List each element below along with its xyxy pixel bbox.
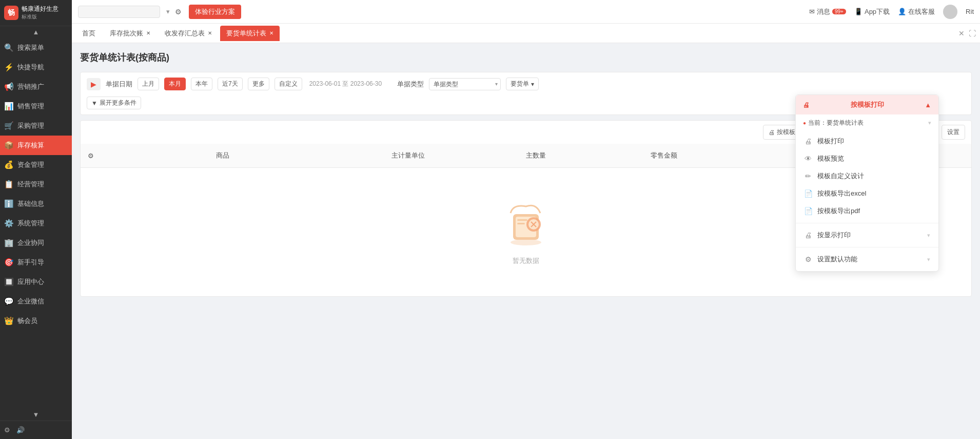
filter-arrow-btn[interactable]: ▶ <box>87 78 101 90</box>
tab-receipt[interactable]: 收发存汇总表 ✕ <box>159 26 218 41</box>
template-design-icon: ✏ <box>804 172 812 180</box>
tab-bar: 首页 库存批次账 ✕ 收发存汇总表 ✕ 要货单统计表 ✕ ✕ ⛶ <box>72 24 980 43</box>
finance-icon: 💰 <box>4 160 13 169</box>
dropdown-header[interactable]: 🖨 按模板打印 ▲ <box>796 95 938 114</box>
template-excel-item[interactable]: 📄 按模板导出excel <box>796 185 938 202</box>
topbar-search-input[interactable] <box>78 6 160 18</box>
filter-row-1: ▶ 单据日期 上月 本月 本年 近7天 更多 自定义 2023-06-01 至 … <box>87 78 965 90</box>
main-area: ▾ ⚙ 体验行业方案 ✉ 消息 99+ 📱 App下载 👤 在线客服 Rit 首… <box>72 0 980 439</box>
industry-btn[interactable]: 体验行业方案 <box>189 5 241 19</box>
th-product: 商品 <box>101 148 344 163</box>
date-year-btn[interactable]: 本年 <box>191 78 212 90</box>
th-amount: 零售金额 <box>600 148 728 163</box>
sidebar-item-enterprise[interactable]: 🏢 企业协同 <box>0 233 72 253</box>
date-more-btn[interactable]: 更多 <box>248 78 269 90</box>
sidebar-nav: 🔍 搜索菜单 ⚡ 快捷导航 📢 营销推广 📊 销售管理 🛒 采购管理 📦 库存核… <box>0 38 72 409</box>
template-preview-icon: 👁 <box>804 155 812 163</box>
sidebar-item-member[interactable]: 👑 畅会员 <box>0 311 72 331</box>
close-window-icon[interactable]: ✕ <box>958 29 965 37</box>
system-icon: ⚙️ <box>4 219 13 228</box>
th-qty: 主数量 <box>472 148 600 163</box>
maximize-window-icon[interactable]: ⛶ <box>969 29 976 37</box>
topbar: ▾ ⚙ 体验行业方案 ✉ 消息 99+ 📱 App下载 👤 在线客服 Rit <box>72 0 980 24</box>
tab-close-receipt[interactable]: ✕ <box>208 30 212 36</box>
shortcut-icon: ⚡ <box>4 63 13 72</box>
dropdown-current[interactable]: ● 当前：要货单统计表 ▾ <box>796 114 938 129</box>
sidebar-item-system[interactable]: ⚙️ 系统管理 <box>0 214 72 233</box>
appstore-icon: 🔲 <box>4 277 13 287</box>
tab-close-order-stat[interactable]: ✕ <box>269 30 273 36</box>
sidebar-item-appstore[interactable]: 🔲 应用中心 <box>0 272 72 292</box>
sidebar-scroll-down[interactable]: ▼ <box>0 409 72 421</box>
enterprise-icon: 🏢 <box>4 238 13 247</box>
date-label: 单据日期 <box>106 80 132 89</box>
date-custom-btn[interactable]: 自定义 <box>275 78 302 90</box>
member-icon: 👑 <box>4 316 13 326</box>
current-chevron-icon: ▾ <box>928 120 931 126</box>
column-settings-icon[interactable]: ⚙ <box>88 152 94 160</box>
sidebar-item-marketing[interactable]: 📢 营销推广 <box>0 77 72 97</box>
dot-icon: ● <box>803 120 806 126</box>
sidebar-item-operation[interactable]: 📋 经营管理 <box>0 175 72 194</box>
dropdown-section-2: 🖨 按显示打印 ▾ <box>796 223 938 247</box>
tab-batch[interactable]: 库存批次账 ✕ <box>104 26 156 41</box>
sidebar-item-sales[interactable]: 📊 销售管理 <box>0 97 72 116</box>
sidebar-item-finance[interactable]: 💰 资金管理 <box>0 155 72 175</box>
tab-home[interactable]: 首页 <box>76 26 102 41</box>
tab-close-batch[interactable]: ✕ <box>146 30 150 36</box>
template-pdf-icon: 📄 <box>804 207 812 215</box>
sidebar-bottom: ⚙ 🔊 <box>0 421 72 439</box>
topbar-gear-icon[interactable]: ⚙ <box>175 8 182 16</box>
svg-rect-7 <box>517 219 527 221</box>
inventory-icon: 📦 <box>4 141 13 150</box>
sidebar-scroll-up[interactable]: ▲ <box>0 26 72 38</box>
date-7days-btn[interactable]: 近7天 <box>218 78 243 90</box>
topbar-right: ✉ 消息 99+ 📱 App下载 👤 在线客服 Rit <box>809 5 974 19</box>
default-func-item[interactable]: ⚙ 设置默认功能 ▾ <box>796 251 938 268</box>
sidebar-item-inventory[interactable]: 📦 库存核算 <box>0 136 72 155</box>
template-print-item[interactable]: 🖨 模板打印 <box>796 132 938 150</box>
yaohuo-select[interactable]: 要货单 ▾ <box>506 78 539 90</box>
display-print-arrow-icon: ▾ <box>927 232 930 239</box>
tab-order-stat[interactable]: 要货单统计表 ✕ <box>220 26 280 41</box>
template-pdf-item[interactable]: 📄 按模板导出pdf <box>796 202 938 220</box>
expand-icon: ▼ <box>91 100 97 107</box>
sidebar-item-search[interactable]: 🔍 搜索菜单 <box>0 38 72 58</box>
sidebar-item-wechat[interactable]: 💬 企业微信 <box>0 292 72 311</box>
content-area: 要货单统计表(按商品) ▶ 单据日期 上月 本月 本年 近7天 更多 自定义 2… <box>72 43 980 439</box>
sidebar: 畅 畅康通好生意 标准版 ▲ 🔍 搜索菜单 ⚡ 快捷导航 📢 营销推广 📊 销售… <box>0 0 72 439</box>
expand-btn[interactable]: ▼ 展开更多条件 <box>87 97 141 109</box>
operation-icon: 📋 <box>4 180 13 189</box>
page-title: 要货单统计表(按商品) <box>80 51 972 64</box>
type-select[interactable]: 单据类型 <box>429 78 501 90</box>
display-print-item[interactable]: 🖨 按显示打印 ▾ <box>796 226 938 244</box>
settings-btn[interactable]: 设置 <box>942 125 965 140</box>
date-current-btn[interactable]: 本月 <box>164 78 186 90</box>
app-download-btn[interactable]: 📱 App下载 <box>854 7 890 16</box>
empty-text: 暂无数据 <box>513 256 539 265</box>
sidebar-item-newbie[interactable]: 🎯 新手引导 <box>0 253 72 272</box>
purchase-icon: 🛒 <box>4 121 13 130</box>
chevron-up-icon: ▲ <box>925 101 931 109</box>
sound-icon[interactable]: 🔊 <box>16 426 25 434</box>
template-design-item[interactable]: ✏ 模板自定义设计 <box>796 167 938 185</box>
sidebar-item-shortcut[interactable]: ⚡ 快捷导航 <box>0 58 72 77</box>
topbar-chevron-icon[interactable]: ▾ <box>166 8 170 15</box>
sidebar-item-purchase[interactable]: 🛒 采购管理 <box>0 116 72 136</box>
online-service-btn[interactable]: 👤 在线客服 <box>898 7 935 16</box>
template-preview-item[interactable]: 👁 模板预览 <box>796 150 938 167</box>
sidebar-item-basic[interactable]: ℹ️ 基础信息 <box>0 194 72 214</box>
basic-icon: ℹ️ <box>4 199 13 208</box>
message-btn[interactable]: ✉ 消息 99+ <box>809 7 846 16</box>
dropdown-arrow-icon: ▾ <box>531 81 534 88</box>
avatar[interactable] <box>943 5 957 19</box>
th-unit: 主计量单位 <box>344 148 472 163</box>
print-icon-header: 🖨 <box>803 101 810 109</box>
template-excel-icon: 📄 <box>804 189 812 198</box>
username-label: Rit <box>966 8 974 15</box>
display-print-icon: 🖨 <box>804 231 812 239</box>
th-settings[interactable]: ⚙ <box>81 149 101 163</box>
settings-icon[interactable]: ⚙ <box>4 426 10 434</box>
logo-text: 畅康通好生意 标准版 <box>22 5 58 21</box>
date-prev-btn[interactable]: 上月 <box>138 78 159 90</box>
